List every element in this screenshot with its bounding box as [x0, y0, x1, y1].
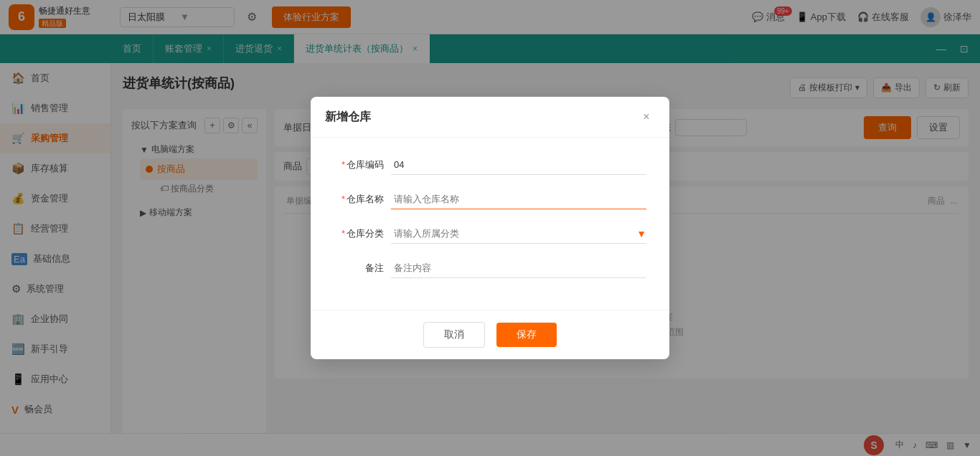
modal-footer: 取消 保存 — [311, 310, 669, 359]
warehouse-code-label: 仓库编码 — [334, 158, 391, 171]
cancel-button[interactable]: 取消 — [423, 322, 485, 348]
warehouse-name-label: 仓库名称 — [334, 193, 391, 206]
warehouse-remark-row: 备注 — [334, 258, 646, 278]
warehouse-remark-label: 备注 — [334, 262, 391, 275]
warehouse-code-input[interactable] — [391, 155, 646, 175]
modal-title: 新增仓库 — [325, 110, 371, 125]
warehouse-remark-input[interactable] — [391, 258, 646, 278]
category-dropdown-arrow[interactable]: ▼ — [636, 228, 646, 239]
modal-header: 新增仓库 × — [311, 97, 669, 138]
modal-body: 仓库编码 仓库名称 仓库分类 ▼ 备注 — [311, 138, 669, 310]
warehouse-category-wrapper: ▼ — [391, 224, 646, 244]
warehouse-name-row: 仓库名称 — [334, 189, 646, 209]
save-button[interactable]: 保存 — [496, 323, 557, 347]
modal-close-button[interactable]: × — [638, 108, 655, 125]
add-warehouse-modal: 新增仓库 × 仓库编码 仓库名称 仓库分类 ▼ 备注 — [311, 97, 669, 359]
warehouse-code-row: 仓库编码 — [334, 155, 646, 175]
warehouse-category-row: 仓库分类 ▼ — [334, 224, 646, 244]
warehouse-category-label: 仓库分类 — [334, 227, 391, 240]
warehouse-category-input[interactable] — [391, 224, 636, 243]
warehouse-name-input[interactable] — [391, 189, 646, 209]
modal-overlay[interactable]: 新增仓库 × 仓库编码 仓库名称 仓库分类 ▼ 备注 — [0, 0, 980, 456]
